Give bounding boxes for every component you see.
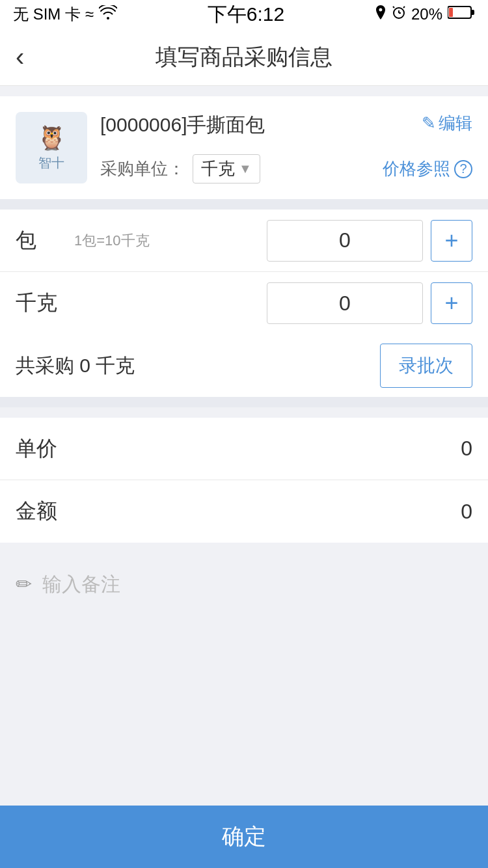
status-bar-left: 无 SIM 卡 ≈	[13, 4, 117, 25]
page-title: 填写商品采购信息	[156, 42, 332, 72]
product-unit-row: 采购单位： 千克 ▼	[100, 154, 260, 183]
edit-icon: ✎	[422, 113, 436, 133]
divider-1	[0, 199, 488, 210]
sim-status: 无 SIM 卡 ≈	[13, 4, 94, 25]
price-section: 单价 0 金额 0	[0, 418, 488, 543]
bag-label: 包	[16, 226, 68, 255]
product-icon: 🦉	[37, 124, 66, 152]
confirm-button[interactable]: 确定	[0, 806, 488, 868]
alarm-icon	[392, 5, 406, 23]
kg-quantity-input[interactable]	[267, 282, 423, 324]
svg-line-3	[393, 7, 394, 8]
notes-section[interactable]: ✏ 输入备注	[0, 553, 488, 748]
status-bar: 无 SIM 卡 ≈ 下午6:12 20%	[0, 0, 488, 29]
help-icon: ?	[454, 160, 472, 178]
bag-input-row: 包 1包=10千克 +	[0, 210, 488, 272]
price-ref-label: 价格参照	[383, 157, 450, 180]
amount-label: 金额	[16, 497, 461, 526]
location-icon	[375, 5, 386, 23]
svg-line-4	[403, 7, 405, 8]
unit-label: 采购单位：	[100, 157, 185, 180]
bag-sublabel: 1包=10千克	[74, 231, 150, 251]
edit-button[interactable]: ✎ 编辑	[422, 112, 472, 135]
divider-2	[0, 397, 488, 407]
kg-plus-button[interactable]: +	[431, 282, 472, 324]
kg-input-row: 千克 +	[0, 272, 488, 334]
summary-amount: 0	[79, 355, 90, 376]
unit-price-row: 单价 0	[0, 418, 488, 480]
summary-row: 共采购 0 千克 录批次	[0, 334, 488, 397]
amount-value: 0	[461, 500, 472, 524]
price-ref-button[interactable]: 价格参照 ?	[383, 157, 472, 180]
nav-bar: ‹ 填写商品采购信息	[0, 29, 488, 86]
kg-label: 千克	[16, 289, 68, 318]
battery-percentage: 20%	[411, 5, 442, 23]
product-thumbnail: 🦉 智十	[16, 112, 87, 183]
bag-quantity-input[interactable]	[267, 220, 423, 262]
product-thumbnail-label: 智十	[38, 154, 64, 172]
unit-price-value: 0	[461, 437, 472, 461]
product-card-info: [0000006]手撕面包 ✎ 编辑 采购单位： 千克 ▼ 价格参照 ?	[100, 112, 472, 183]
product-name: [0000006]手撕面包	[100, 112, 265, 139]
edit-label: 编辑	[439, 112, 472, 135]
pencil-icon: ✏	[16, 573, 32, 595]
svg-rect-7	[449, 8, 453, 17]
product-card: 🦉 智十 [0000006]手撕面包 ✎ 编辑 采购单位： 千克 ▼ 价格参照 …	[0, 96, 488, 199]
back-button[interactable]: ‹	[16, 42, 24, 72]
input-section: 包 1包=10千克 + 千克 +	[0, 210, 488, 334]
batch-button[interactable]: 录批次	[380, 344, 472, 388]
summary-text: 共采购 0 千克	[16, 353, 380, 379]
battery-icon	[448, 5, 475, 23]
bag-plus-button[interactable]: +	[431, 220, 472, 262]
notes-placeholder: 输入备注	[42, 571, 120, 598]
svg-rect-6	[471, 10, 474, 15]
wifi-icon	[99, 5, 117, 23]
amount-row: 金额 0	[0, 480, 488, 543]
unit-value: 千克	[201, 157, 235, 180]
summary-prefix: 共采购	[16, 355, 74, 376]
unit-selector[interactable]: 千克 ▼	[193, 154, 260, 183]
chevron-down-icon: ▼	[239, 161, 252, 176]
status-bar-time: 下午6:12	[208, 1, 284, 28]
status-bar-right: 20%	[375, 5, 475, 23]
unit-price-label: 单价	[16, 435, 461, 463]
summary-unit: 千克	[96, 355, 135, 376]
